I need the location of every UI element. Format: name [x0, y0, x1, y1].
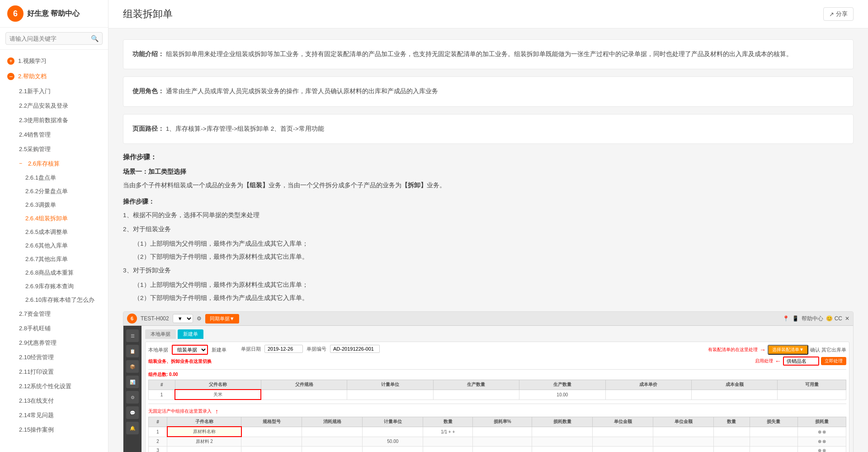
ss-company-select[interactable]: ▼: [173, 314, 193, 323]
sidebar-item-stocktake[interactable]: 2.6.1盘点单: [0, 171, 108, 185]
ss-logo-icon: 6: [127, 314, 137, 324]
ss-nav-icon3[interactable]: 📦: [126, 360, 139, 373]
search-input[interactable]: [9, 35, 91, 42]
ss-col-parent-name: 父件名称: [175, 380, 261, 390]
ss-sub-col-unit-price2: 单位金额: [653, 417, 714, 427]
ss-parent-table: # 父件名称 父件规格 计量单位 生产数量 生产数量 成本单价 成本金额 可用量: [148, 380, 846, 400]
ss-close-icon[interactable]: ✕: [845, 315, 849, 322]
search-icon[interactable]: 🔍: [91, 35, 99, 42]
ss-col-unit: 计量单位: [347, 380, 433, 390]
sidebar-item-beginner[interactable]: 2.1新手入门: [0, 84, 108, 99]
main-header: 组装拆卸单 ↗ 分享: [108, 0, 868, 29]
ss-cell-parent-name: 关米: [175, 390, 261, 400]
sidebar-item-coupon[interactable]: 2.9优惠券管理: [0, 336, 108, 350]
sidebar-item-ledger-fix[interactable]: 2.6.10库存账本错了怎么办: [0, 293, 108, 307]
ss-order-input[interactable]: [330, 345, 380, 353]
search-wrapper: 🔍: [5, 32, 103, 45]
ss-help: 帮助中心: [802, 315, 823, 323]
sidebar-item-ledger-query[interactable]: 2.6.9库存账本查询: [0, 280, 108, 293]
sidebar-item-inventory[interactable]: − 2.6库存核算: [0, 157, 108, 171]
ss-new-order-btn[interactable]: 同期单据▼: [205, 314, 239, 324]
ss-annotation-bom-row: 有装配清单的在这里处理 → 选择装配清单▼ 确认 其它出库单: [708, 345, 846, 355]
sidebar-item-data-prep[interactable]: 2.3使用前数据准备: [0, 113, 108, 128]
ss-main-area: ☰ 📋 📦 📊 ⚙ 💬 🔔 本地单据 新建单: [123, 326, 853, 452]
path-label: 页面路径：: [132, 125, 164, 132]
function-intro-label: 功能介绍：: [132, 51, 164, 57]
sidebar-item-purchase[interactable]: 2.5采购管理: [0, 142, 108, 157]
ss-date-input[interactable]: [264, 345, 303, 353]
sidebar-item-sales[interactable]: 2.4销售管理: [0, 128, 108, 142]
ss-nav-icon1[interactable]: ☰: [126, 329, 139, 342]
ss-sub-col-loss-qty: 损耗数量: [532, 417, 593, 427]
share-button[interactable]: ↗ 分享: [823, 7, 854, 21]
sidebar-item-customization[interactable]: 2.12系统个性化设置: [0, 379, 108, 394]
sidebar-item-video[interactable]: + 1.视频学习: [0, 53, 108, 69]
ss-icon1: 📍: [783, 315, 789, 322]
path-block: 页面路径： 1、库存核算->库存管理->组装拆卸单 2、首页->常用功能: [123, 114, 854, 144]
scenario1-heading: 场景一：加工类型选择: [123, 168, 854, 176]
sidebar-item-mobile[interactable]: 2.8手机旺铺: [0, 321, 108, 336]
logo-icon: 6: [7, 5, 24, 22]
ss-annotation-bom: 有装配清单的在这里处理: [708, 347, 758, 353]
scenario1-desc: 当由多个子件材料组装成一个成品的业务为【组装】业务，当由一个父件拆分成多个子产品…: [123, 180, 854, 191]
table-row: 1 关米 10.00: [149, 390, 846, 400]
ss-nav-icon4[interactable]: 📊: [126, 376, 139, 388]
ss-icon2: 📱: [792, 315, 799, 322]
ss-col-parent-spec: 父件规格: [261, 380, 347, 390]
sidebar-header: 6 好生意 帮助中心: [0, 0, 108, 28]
sidebar-item-cost-recalc[interactable]: 2.6.8商品成本重算: [0, 266, 108, 280]
ss-type-label: 本地单据: [148, 347, 168, 353]
ss-nav-icon2[interactable]: 📋: [126, 345, 139, 357]
ss-sub-col-loss-qty2: 损失量: [750, 417, 798, 427]
sidebar-item-management[interactable]: 2.10经营管理: [0, 350, 108, 365]
ss-cell-parent-spec: [261, 390, 347, 400]
ss-topbar-right: 📍 📱 帮助中心 😊 CC ✕: [783, 315, 849, 323]
role-label: 使用角色：: [132, 88, 164, 95]
ss-save-btn[interactable]: 立即处理: [821, 357, 846, 365]
ss-nav-icon5[interactable]: ⚙: [126, 391, 139, 404]
ss-sub-col-spec: 规格型号: [241, 417, 302, 427]
ss-arrow1: →: [760, 346, 766, 353]
ss-topbar: 6 TEST-H002 ▼ ⚙ 同期单据▼ 📍 📱 帮助中心 😊 CC ✕: [123, 312, 853, 326]
ss-sub-col-loss-rate: 损耗率%: [473, 417, 532, 427]
sidebar-item-assembly[interactable]: 2.6.4组装拆卸单: [0, 212, 108, 225]
ss-enable-input[interactable]: [783, 357, 819, 366]
ss-sub-col-consume-spec: 消耗规格: [302, 417, 363, 427]
sidebar-item-partial-stocktake[interactable]: 2.6.2分量盘点单: [0, 185, 108, 198]
sidebar-item-faq[interactable]: 2.14常见问题: [0, 408, 108, 423]
sidebar-item-transfer[interactable]: 2.6.3调拨单: [0, 198, 108, 212]
sidebar-item-install[interactable]: 2.2产品安装及登录: [0, 99, 108, 113]
ss-sub-col-unit-price: 单位金额: [593, 417, 653, 427]
ss-type-select[interactable]: 组装单据: [172, 345, 208, 355]
ss-tab-new[interactable]: 新建单: [178, 329, 203, 339]
ss-tab-local[interactable]: 本地单据: [145, 329, 176, 339]
role-content: 通常由生产人员或库管人员完成拆装业务的操作，库管人员确认原材料的出库和产成品的入…: [166, 88, 438, 95]
ss-nav-icon7[interactable]: 🔔: [126, 422, 139, 434]
ss-sub-col-child-name: 子件名称: [167, 417, 241, 427]
function-intro-content: 组装拆卸单用来处理企业组装或拆卸等加工业务，支持有固定装配清单的产品加工业务，也…: [166, 51, 793, 57]
ss-select-bom-btn[interactable]: 选择装配清单▼: [768, 345, 808, 355]
ss-form-box: 本地单据 组装单据 新建单 组装业务、拆卸业务在这里切换: [145, 342, 849, 452]
path-content: 1、库存核算->库存管理->组装拆卸单 2、首页->常用功能: [166, 125, 324, 132]
sidebar-item-other-in[interactable]: 2.6.6其他入库单: [0, 239, 108, 252]
sidebar-item-other-out[interactable]: 2.6.7其他出库单: [0, 252, 108, 266]
ss-section-parent: 组件总数: 0.00: [148, 371, 846, 378]
function-intro-text: 功能介绍： 组装拆卸单用来处理企业组装或拆卸等加工业务，支持有固定装配清单的产品…: [132, 49, 844, 60]
ss-divider1: [148, 369, 846, 370]
sidebar-item-label: 1.视频学习: [18, 57, 47, 65]
sidebar-item-payment[interactable]: 2.13在线支付: [0, 394, 108, 408]
ss-tabs: 本地单据 新建单: [145, 329, 849, 339]
sidebar-item-finance[interactable]: 2.7资金管理: [0, 307, 108, 321]
collapse-sub-icon: −: [19, 161, 25, 167]
ss-sub-table: # 子件名称 规格型号 消耗规格 计量单位 数量 损耗率% 损耗数量 单位金额: [148, 417, 846, 452]
share-label: 分享: [836, 10, 848, 18]
sidebar-item-cost-adj[interactable]: 2.6.5成本调整单: [0, 225, 108, 239]
sidebar-item-cases[interactable]: 2.15操作案例: [0, 423, 108, 437]
ss-nav-icon6[interactable]: 💬: [126, 406, 139, 419]
sidebar-item-print[interactable]: 2.11打印设置: [0, 365, 108, 379]
steps-heading: 操作步骤：: [123, 198, 854, 206]
table-row: 2原材料 250.00⊕ ⊗: [149, 437, 846, 447]
ss-order-label: 单据编号: [307, 346, 326, 352]
operations-heading: 操作步骤：: [123, 153, 854, 162]
sidebar-item-docs[interactable]: − 2.帮助文档: [0, 69, 108, 84]
